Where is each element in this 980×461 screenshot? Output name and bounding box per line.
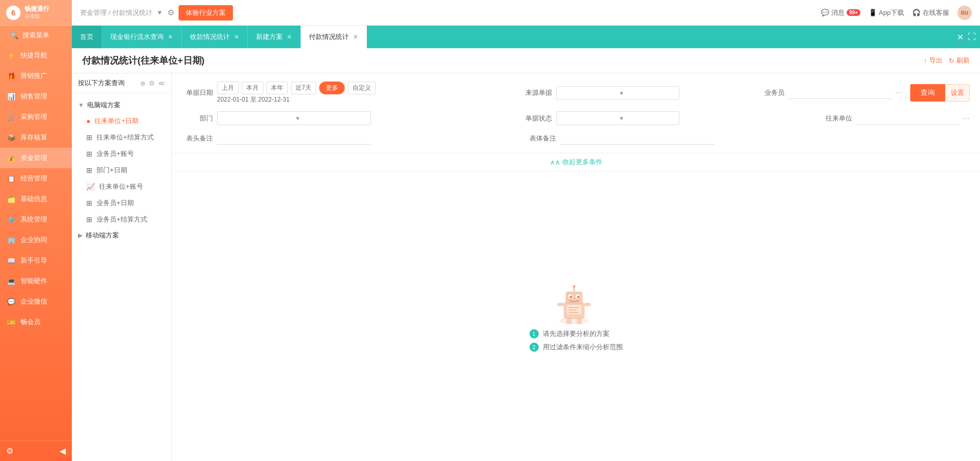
empty-hint: 1 请先选择要分析的方案 2 用过滤条件来缩小分析范围 — [530, 327, 623, 354]
settings-scheme-icon[interactable]: ⚙ — [149, 79, 155, 87]
svg-point-8 — [573, 285, 575, 288]
scheme-header-icons: ⊕ ⚙ ≪ — [140, 79, 165, 87]
date-btn-last-month[interactable]: 上月 — [217, 82, 239, 94]
sidebar-item-system[interactable]: ⚙️ 系统管理 — [0, 209, 72, 230]
close-all-tabs-icon[interactable]: ✕ — [957, 32, 964, 42]
trial-button[interactable]: 体验行业方案 — [179, 5, 233, 21]
date-btn-custom[interactable]: 自定义 — [348, 82, 376, 94]
partner-ellipsis[interactable]: ··· — [963, 114, 970, 123]
collapse-scheme-icon[interactable]: ≪ — [158, 79, 165, 87]
logo-icon: 6 — [6, 6, 21, 20]
date-btn-more[interactable]: 更多 — [319, 82, 345, 94]
empty-hint-2: 2 用过滤条件来缩小分析范围 — [530, 340, 623, 354]
tab-close-income-stat[interactable]: ✕ — [234, 33, 239, 41]
scheme-table-icon3: ⊞ — [86, 166, 92, 174]
tab-income-stat[interactable]: 收款情况统计 ✕ — [182, 26, 248, 48]
content-area: 按以下方案查询 ⊕ ⚙ ≪ ▼ 电脑端方案 ● — [72, 73, 980, 461]
tab-new-scheme[interactable]: 新建方案 ✕ — [248, 26, 301, 48]
search-icon: 🔍 — [10, 32, 18, 39]
app-download-btn[interactable]: 📱 App下载 — [869, 8, 904, 17]
scheme-group-desktop-header[interactable]: ▼ 电脑端方案 — [72, 97, 171, 113]
svg-rect-10 — [584, 303, 591, 306]
sidebar-item-weixin[interactable]: 💬 企业微信 — [0, 291, 72, 312]
marketing-icon: 🎁 — [6, 71, 16, 81]
bodynote-input[interactable] — [560, 132, 714, 145]
maximize-icon[interactable]: ⛶ — [968, 32, 976, 42]
collapse-sidebar-icon[interactable]: ◀ — [60, 446, 66, 456]
headernote-input[interactable] — [217, 132, 371, 145]
collapse-filter-bar[interactable]: ∧∧ 收起更多条件 — [172, 153, 980, 171]
refresh-icon: ↻ — [949, 57, 954, 65]
sidebar-item-guide[interactable]: 📖 新手引导 — [0, 250, 72, 271]
tab-close-bank-flow[interactable]: ✕ — [168, 33, 173, 41]
breadcrumb: 资金管理 / 付款情况统计 — [80, 8, 152, 17]
scheme-item-partner-account[interactable]: 📈 往来单位+账号 — [72, 178, 171, 195]
export-button[interactable]: ↑ 导出 — [924, 56, 943, 65]
user-avatar[interactable]: Rit — [957, 6, 972, 20]
date-btn-this-year[interactable]: 本年 — [266, 82, 288, 94]
tab-close-new-scheme[interactable]: ✕ — [287, 33, 292, 41]
scheme-item-dept-date[interactable]: ⊞ 部门+日期 — [72, 162, 171, 178]
sidebar-item-sales[interactable]: 📊 销售管理 — [0, 86, 72, 107]
message-icon: 💬 — [821, 9, 829, 16]
app-icon: 📱 — [869, 9, 877, 16]
scheme-item-staff-settlement[interactable]: ⊞ 业务员+结算方式 — [72, 211, 171, 228]
online-service-btn[interactable]: 🎧 在线客服 — [912, 8, 949, 17]
sidebar-item-enterprise[interactable]: 🏢 企业协同 — [0, 230, 72, 250]
sidebar-item-quick-nav[interactable]: ⚡ 快捷导航 — [0, 45, 72, 66]
inventory-icon: 📦 — [6, 132, 16, 143]
date-btn-7days[interactable]: 近7天 — [291, 82, 316, 94]
add-scheme-icon[interactable]: ⊕ — [140, 79, 146, 87]
sidebar-item-purchase[interactable]: 🛒 采购管理 — [0, 107, 72, 127]
scheme-group-mobile-header[interactable]: ▶ 移动端方案 — [72, 228, 171, 243]
staff-ellipsis[interactable]: ··· — [895, 88, 902, 97]
quick-nav-icon: ⚡ — [6, 50, 16, 61]
sidebar-item-basic[interactable]: 🗂️ 基础信息 — [0, 189, 72, 209]
tab-close-payment-stat[interactable]: ✕ — [353, 33, 358, 41]
search-menu[interactable]: 🔍 搜索菜单 — [0, 26, 72, 45]
date-btn-this-month[interactable]: 本月 — [242, 82, 263, 94]
filter-staff-section: 业务员 ··· 查询 设置 — [751, 84, 970, 102]
source-select[interactable]: ▾ — [556, 86, 679, 100]
sidebar-item-hardware[interactable]: 💻 智能硬件 — [0, 271, 72, 291]
svg-point-6 — [577, 295, 579, 298]
partner-input[interactable] — [856, 112, 959, 125]
filter-docstatus-section: 单据状态 ▾ — [521, 111, 740, 125]
docstatus-select[interactable]: ▾ — [556, 111, 679, 125]
tab-home[interactable]: 首页 — [72, 26, 102, 48]
query-button[interactable]: 查询 — [910, 84, 945, 102]
sidebar-nav: ⚡ 快捷导航 🎁 营销推广 📊 销售管理 🛒 采购管理 📦 库存核算 💰 资金管… — [0, 45, 72, 440]
message-btn[interactable]: 💬 消息 99+ — [821, 8, 860, 17]
bodynote-label: 表体备注 — [525, 134, 556, 143]
scheme-item-staff-account[interactable]: ⊞ 业务员+账号 — [72, 146, 171, 162]
scheme-table-icon5: ⊞ — [86, 215, 92, 224]
staff-input[interactable] — [789, 87, 891, 99]
scheme-item-partner-date[interactable]: ● 往来单位+日期 — [72, 113, 171, 129]
filter-dept-section: 部门 ▾ — [182, 111, 511, 125]
filter-row-3: 表头备注 表体备注 — [182, 132, 970, 145]
settings-button[interactable]: 设置 — [945, 84, 970, 102]
tab-payment-stat[interactable]: 付款情况统计 ✕ — [301, 26, 367, 48]
scheme-table-icon4: ⊞ — [86, 199, 92, 207]
settings-footer-icon[interactable]: ⚙ — [6, 446, 13, 456]
sidebar-item-operation[interactable]: 📋 经营管理 — [0, 168, 72, 189]
sidebar-item-inventory[interactable]: 📦 库存核算 — [0, 127, 72, 148]
weixin-icon: 💬 — [6, 296, 16, 307]
page: 付款情况统计(往来单位+日期) ↑ 导出 ↻ 刷新 按以下方案查询 ⊕ — [72, 48, 980, 461]
scheme-group-desktop: ▼ 电脑端方案 ● 往来单位+日期 ⊞ 往来单位+结算方式 ⊞ — [72, 97, 171, 228]
tab-bank-flow[interactable]: 现金银行流水查询 ✕ — [102, 26, 182, 48]
scheme-item-staff-date[interactable]: ⊞ 业务员+日期 — [72, 195, 171, 211]
sidebar-item-member[interactable]: 🎫 畅会员 — [0, 312, 72, 332]
sidebar-item-marketing[interactable]: 🎁 营销推广 — [0, 66, 72, 86]
dept-label: 部门 — [182, 114, 213, 123]
member-icon: 🎫 — [6, 317, 16, 327]
refresh-button[interactable]: ↻ 刷新 — [949, 56, 970, 65]
filter-form: 单据日期 上月 本月 本年 近7天 更多 自定义 20 — [172, 73, 980, 153]
dept-select[interactable]: ▾ — [217, 111, 371, 125]
svg-rect-12 — [576, 318, 581, 324]
scheme-item-partner-settlement[interactable]: ⊞ 往来单位+结算方式 — [72, 129, 171, 146]
date-range-text: 2022-01-01 至 2022-12-31 — [217, 95, 511, 104]
topbar-settings-icon[interactable]: ⚙ — [167, 8, 174, 17]
sidebar-item-capital[interactable]: 💰 资金管理 — [0, 148, 72, 168]
filter-source-section: 来源单据 ▾ — [521, 86, 740, 100]
